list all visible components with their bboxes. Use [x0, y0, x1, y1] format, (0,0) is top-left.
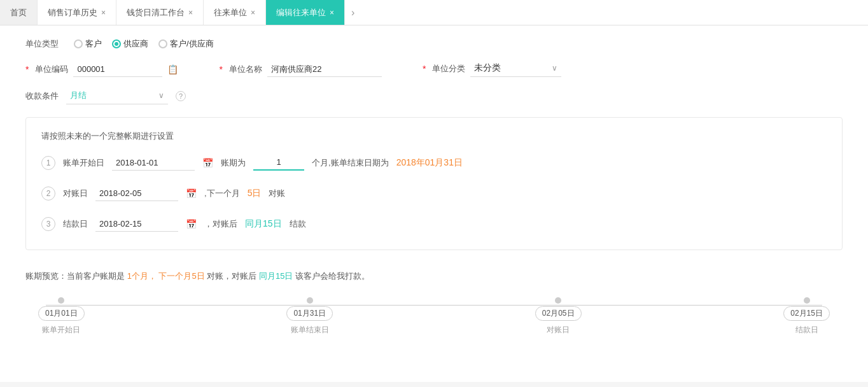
unit-code-label: 单位编码	[35, 64, 68, 75]
close-tab-edit-counterparty[interactable]: ×	[330, 8, 334, 17]
unit-code-group: * 单位编码 📋	[25, 62, 178, 77]
page-content: 单位类型 客户 供应商 客户/供应商 * 单位编码 📋 *	[0, 25, 868, 382]
unit-name-input[interactable]	[267, 62, 382, 77]
unit-class-required: *	[423, 64, 426, 74]
timeline-sublabel-2: 对账日	[547, 325, 570, 335]
preview-part3: 对账，对账后	[207, 271, 256, 281]
step-row-2: 2 对账日 📅 ,下一个月 5日 对账	[41, 186, 827, 201]
radio-circle-customer	[74, 39, 83, 48]
unit-type-row: 单位类型 客户 供应商 客户/供应商	[25, 38, 843, 50]
unit-type-radio-group: 客户 供应商 客户/供应商	[74, 38, 214, 50]
tab-edit-counterparty[interactable]: 编辑往来单位 ×	[266, 0, 345, 25]
preview-part2: 下一个月5日	[158, 271, 204, 281]
step-calendar-3[interactable]: 📅	[186, 219, 197, 229]
tab-sales-history[interactable]: 销售订单历史 ×	[38, 0, 116, 25]
step-date-2[interactable]	[95, 186, 178, 201]
unit-info-row: * 单位编码 📋 * 单位名称 * 单位分类 未分类 ∨	[25, 60, 843, 77]
unit-class-value: 未分类	[474, 62, 501, 74]
step-label-2: 对账日	[63, 188, 88, 199]
tab-bar: 首页 销售订单历史 × 钱货日清工作台 × 往来单位 × 编辑往来单位 × ›	[0, 0, 868, 25]
step-period-end-date: 2018年01月31日	[396, 157, 463, 169]
timeline-dot-1	[307, 297, 313, 304]
step-row-1: 1 账单开始日 📅 账期为 个月,账单结束日期为 2018年01月31日	[41, 155, 827, 171]
timeline-sublabel-3: 结款日	[795, 325, 818, 335]
step-number-1: 1	[41, 156, 55, 170]
question-icon[interactable]: ?	[176, 91, 186, 101]
radio-both[interactable]: 客户/供应商	[158, 38, 214, 50]
step-date-3[interactable]	[95, 216, 178, 232]
close-tab-sales-history[interactable]: ×	[101, 8, 106, 17]
unit-name-label: 单位名称	[229, 64, 262, 75]
step-desc-2-suffix: 对账	[269, 188, 285, 199]
step-desc-2-prefix: ,下一个月	[204, 188, 240, 199]
step-period-input[interactable]	[253, 155, 304, 171]
unit-code-required: *	[25, 64, 29, 74]
timeline-points: 01月01日 账单开始日 01月31日 账单结束日 02月05日 对账日	[38, 297, 830, 335]
close-tab-counterparty[interactable]: ×	[251, 8, 255, 17]
timeline-tag-1: 01月31日	[286, 306, 333, 321]
unit-name-group: * 单位名称	[219, 62, 381, 77]
timeline-tag-0: 01月01日	[38, 306, 85, 321]
step-period-suffix: 个月,账单结束日期为	[312, 157, 389, 169]
step-desc-3-prefix: ，对账后	[204, 218, 237, 230]
card-instruction: 请按照未来的一个完整帐期进行设置	[41, 130, 827, 142]
radio-customer[interactable]: 客户	[74, 38, 102, 50]
radio-circle-supplier	[112, 39, 121, 48]
timeline-tag-2: 02月05日	[535, 306, 582, 321]
timeline-point-2: 02月05日 对账日	[535, 297, 582, 335]
payment-value: 月结	[70, 90, 155, 101]
step-label-1: 账单开始日	[63, 157, 104, 169]
payment-select[interactable]: 月结 ∨	[66, 87, 168, 104]
step-desc-3-suffix: 结款	[290, 218, 306, 230]
step-period-prefix: 账期为	[221, 157, 246, 169]
unit-class-group: * 单位分类 未分类 ∨	[423, 60, 561, 77]
step-desc-2-highlight: 5日	[248, 188, 262, 199]
preview-part4: 同月15日	[259, 271, 293, 281]
tab-home[interactable]: 首页	[0, 0, 38, 25]
unit-type-label: 单位类型	[25, 38, 59, 50]
step-number-3: 3	[41, 217, 55, 231]
tab-counterparty[interactable]: 往来单位 ×	[204, 0, 266, 25]
timeline-tag-3: 02月15日	[783, 306, 830, 321]
timeline-container: 01月01日 账单开始日 01月31日 账单结束日 02月05日 对账日	[25, 297, 843, 335]
close-tab-cash-work[interactable]: ×	[188, 8, 193, 17]
step-number-2: 2	[41, 186, 55, 201]
unit-class-select[interactable]: 未分类 ∨	[470, 60, 561, 77]
unit-code-input[interactable]	[73, 62, 162, 77]
step-calendar-1[interactable]: 📅	[202, 158, 213, 168]
preview-part5: 该客户会给我打款。	[295, 271, 370, 281]
tab-cash-work[interactable]: 钱货日清工作台 ×	[116, 0, 204, 25]
payment-label: 收款条件	[25, 90, 59, 102]
inner-card: 请按照未来的一个完整帐期进行设置 1 账单开始日 📅 账期为 个月,账单结束日期…	[25, 117, 843, 250]
radio-circle-both	[158, 39, 167, 48]
unit-class-label: 单位分类	[432, 63, 465, 74]
step-label-3: 结款日	[63, 218, 88, 230]
preview-text: 账期预览：当前客户账期是 1个月， 下一个月5日 对账，对账后 同月15日 该客…	[25, 271, 843, 282]
payment-row: 收款条件 月结 ∨ ?	[25, 87, 843, 104]
timeline-dot-3	[804, 297, 810, 304]
step-calendar-2[interactable]: 📅	[186, 188, 197, 199]
unit-class-chevron: ∨	[552, 64, 557, 73]
step-desc-3-highlight: 同月15日	[245, 218, 282, 230]
timeline-point-0: 01月01日 账单开始日	[38, 297, 85, 335]
timeline-dot-0	[58, 297, 64, 304]
radio-supplier[interactable]: 供应商	[112, 38, 148, 50]
tab-more-button[interactable]: ›	[345, 0, 361, 25]
timeline-point-1: 01月31日 账单结束日	[286, 297, 333, 335]
unit-code-icon[interactable]: 📋	[167, 64, 178, 74]
preview-section: 账期预览：当前客户账期是 1个月， 下一个月5日 对账，对账后 同月15日 该客…	[25, 260, 843, 335]
unit-name-required: *	[219, 64, 222, 74]
payment-chevron-icon: ∨	[158, 91, 164, 100]
timeline-sublabel-0: 账单开始日	[42, 325, 80, 335]
step-date-1[interactable]	[112, 155, 195, 171]
timeline-sublabel-1: 账单结束日	[291, 325, 329, 335]
timeline-point-3: 02月15日 结款日	[783, 297, 830, 335]
preview-part1: 1个月，	[127, 271, 157, 281]
timeline-dot-2	[555, 297, 561, 304]
step-row-3: 3 结款日 📅 ，对账后 同月15日 结款	[41, 216, 827, 232]
